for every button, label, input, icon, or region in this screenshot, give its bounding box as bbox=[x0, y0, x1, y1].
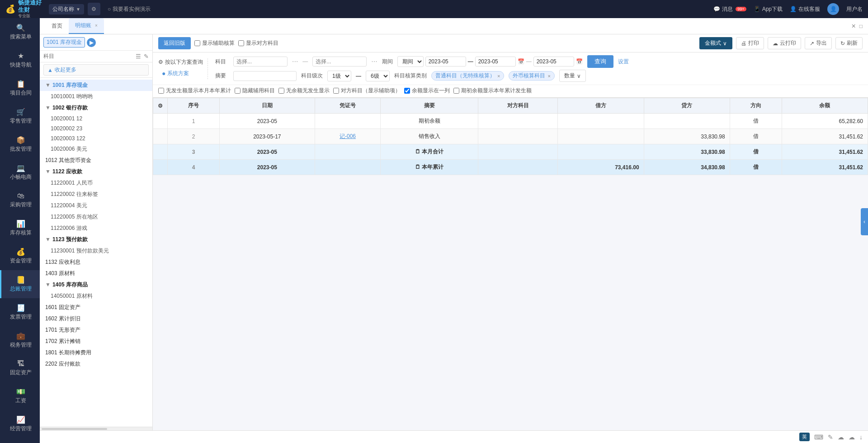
print-btn[interactable]: 🖨 打印 bbox=[736, 37, 764, 49]
tree-item-1405[interactable]: ▼1405 库存商品 bbox=[40, 279, 152, 291]
query-btn[interactable]: 查询 bbox=[587, 55, 613, 68]
message-btn[interactable]: 💬 消息 99+ bbox=[713, 5, 746, 13]
data-table-wrap[interactable]: ⚙ 序号 日期 凭证号 摘要 对方科目 借方 贷方 方向 余额 bbox=[153, 98, 868, 430]
checkbox-period-open-input[interactable] bbox=[453, 88, 459, 94]
edit-icon[interactable]: ✎ bbox=[828, 433, 833, 441]
show-counterpart-checkbox[interactable]: 显示对方科目 bbox=[238, 39, 278, 47]
tree-item-10010001[interactable]: 10010001 哟哟哟 bbox=[40, 91, 152, 102]
level-end-select[interactable]: 6级 bbox=[366, 71, 390, 81]
checkbox-hide-assist-input[interactable] bbox=[235, 88, 241, 94]
sidebar-item-ledger[interactable]: 📒 总账管理 bbox=[0, 270, 40, 298]
sidebar-item-quick-nav[interactable]: ★ 快捷导航 bbox=[0, 46, 40, 74]
keyboard-icon[interactable]: ⌨ bbox=[814, 433, 823, 441]
tree-item-11220004[interactable]: 11220004 美元 bbox=[40, 200, 152, 211]
level-start-select[interactable]: 1级 bbox=[327, 71, 351, 81]
tree-item-1801[interactable]: 1801 长期待摊费用 bbox=[40, 347, 152, 358]
tree-list-icon[interactable]: ☰ bbox=[136, 53, 141, 60]
sidebar-item-invoice[interactable]: 🧾 发票管理 bbox=[0, 298, 40, 326]
sidebar-item-operations[interactable]: 📈 经营管理 bbox=[0, 410, 40, 438]
lang-btn[interactable]: 英 bbox=[799, 433, 810, 441]
calendar-icon-start[interactable]: 📅 bbox=[518, 58, 524, 65]
tree-item-1001[interactable]: ▼1001 库存现金 bbox=[40, 80, 152, 91]
tree-item-11230001[interactable]: 11230001 预付款款美元 bbox=[40, 245, 152, 257]
sidebar-item-capital[interactable]: 💰 资金管理 bbox=[0, 242, 40, 270]
right-side-handle[interactable]: ‹ bbox=[861, 208, 868, 235]
sidebar-item-retail[interactable]: 🛒 零售管理 bbox=[0, 102, 40, 130]
show-counterpart-input[interactable] bbox=[238, 40, 244, 46]
tree-item-11220001[interactable]: 11220001 人民币 bbox=[40, 177, 152, 189]
nav-forward-btn[interactable]: ▶ bbox=[87, 38, 96, 47]
return-old-version-btn[interactable]: 返回旧版 bbox=[158, 37, 191, 49]
app-settings-btn[interactable]: ⚙ bbox=[88, 3, 100, 15]
tree-item-1602[interactable]: 1602 累计折旧 bbox=[40, 313, 152, 324]
maximize-window-btn[interactable]: □ bbox=[859, 23, 863, 29]
row2-voucher[interactable]: 记-006 bbox=[315, 129, 381, 144]
checkbox-no-balance-input[interactable] bbox=[278, 88, 284, 94]
checkbox-no-occur-input[interactable] bbox=[158, 88, 164, 94]
cloud-icon-2[interactable]: ☁ bbox=[849, 433, 855, 441]
sidebar-item-ecommerce[interactable]: 💻 小畅电商 bbox=[0, 158, 40, 186]
tree-item-1702[interactable]: 1702 累计摊销 bbox=[40, 336, 152, 347]
period-end-input-2[interactable] bbox=[533, 57, 574, 67]
tree-item-1012[interactable]: 1012 其他货币资金 bbox=[40, 155, 152, 166]
tree-item-1601[interactable]: 1601 固定资产 bbox=[40, 302, 152, 313]
tab-home[interactable]: 首页 bbox=[45, 19, 69, 33]
period-start-input[interactable] bbox=[425, 57, 466, 67]
tree-item-1122[interactable]: ▼1122 应收款 bbox=[40, 166, 152, 177]
filter-settings-link[interactable]: 设置 bbox=[618, 58, 629, 66]
tree-item-14050001[interactable]: 14050001 原材料 bbox=[40, 291, 152, 302]
sidebar-item-search[interactable]: 🔍 搜索菜单 bbox=[0, 18, 40, 46]
tree-item-1403[interactable]: 1403 原材料 bbox=[40, 268, 152, 279]
tree-item-10020001[interactable]: 10020001 12 bbox=[40, 114, 152, 124]
left-scroll-bar[interactable] bbox=[40, 427, 152, 430]
tab-close-icon[interactable]: × bbox=[95, 23, 98, 28]
subject-dots-2[interactable]: ··· bbox=[371, 57, 377, 66]
refresh-btn[interactable]: ↻ 刷新 bbox=[835, 37, 863, 49]
checkbox-counterpart[interactable]: 对方科目（显示辅助项） bbox=[333, 87, 401, 95]
subject-dots[interactable]: ··· bbox=[292, 57, 298, 66]
tree-item-10020003[interactable]: 10020003 122 bbox=[40, 133, 152, 143]
sidebar-item-salary[interactable]: 💵 工资 bbox=[0, 382, 40, 410]
period-end-input[interactable] bbox=[475, 57, 516, 67]
tree-item-2202[interactable]: 2202 应付账款 bbox=[40, 358, 152, 370]
sidebar-item-purchase[interactable]: 🛍 采购管理 bbox=[0, 186, 40, 214]
summary-input[interactable] bbox=[233, 71, 297, 81]
account-tree[interactable]: ▼1001 库存现金 10010001 哟哟哟 ▼1002 银行存款 10020… bbox=[40, 78, 152, 427]
checkbox-no-balance[interactable]: 无余额无发生显示 bbox=[278, 87, 330, 95]
checkbox-hide-assist[interactable]: 隐藏辅用科目 bbox=[235, 87, 275, 95]
checkbox-balance-col-input[interactable] bbox=[404, 88, 410, 94]
account-tag[interactable]: 1001 库存现金 bbox=[43, 37, 85, 48]
collapse-btn[interactable]: ▲ 收起更多 bbox=[43, 64, 149, 76]
subject-input-2[interactable] bbox=[312, 57, 367, 67]
checkbox-no-occur[interactable]: 无发生额显示本月本年累计 bbox=[158, 87, 231, 95]
tree-item-11220006[interactable]: 11220006 游戏 bbox=[40, 223, 152, 234]
qty-btn[interactable]: 数量 ∨ bbox=[559, 70, 586, 82]
tab-detail-account[interactable]: 明细账 × bbox=[69, 18, 104, 34]
tree-item-10020006[interactable]: 10020006 美元 bbox=[40, 143, 152, 155]
close-window-btn[interactable]: × bbox=[851, 22, 855, 30]
tree-edit-icon[interactable]: ✎ bbox=[144, 53, 149, 60]
category-tag-2-close[interactable]: × bbox=[547, 73, 550, 79]
demo-link[interactable]: ○ 我要看实例演示 bbox=[108, 5, 151, 13]
category-tag-1-close[interactable]: × bbox=[497, 73, 500, 79]
period-type-select[interactable]: 期间 bbox=[397, 56, 424, 67]
tree-item-11220002[interactable]: 11220002 往来标签 bbox=[40, 189, 152, 200]
export-btn[interactable]: ↗ 导出 bbox=[805, 37, 832, 49]
sidebar-item-project-contract[interactable]: 📋 项目合同 bbox=[0, 74, 40, 102]
sidebar-item-report[interactable]: 📄 小畅报销 bbox=[0, 438, 40, 443]
checkbox-period-open[interactable]: 期初余额显示本年累计发生额 bbox=[453, 87, 532, 95]
checkbox-balance-col[interactable]: 余额显示在一列 bbox=[404, 87, 450, 95]
online-service-btn[interactable]: 👤 在线客服 bbox=[790, 5, 820, 13]
tree-item-1123[interactable]: ▼1123 预付款款 bbox=[40, 234, 152, 245]
show-assist-checkbox[interactable]: 显示辅助核算 bbox=[194, 39, 235, 47]
sidebar-item-wholesale[interactable]: 📦 批发管理 bbox=[0, 130, 40, 158]
system-scheme-item[interactable]: ● 系统方案 bbox=[158, 68, 203, 79]
checkbox-counterpart-input[interactable] bbox=[333, 88, 339, 94]
cloud-print-btn[interactable]: ☁ 云打印 bbox=[768, 37, 801, 49]
sidebar-item-fixed-assets[interactable]: 🏗 固定资产 bbox=[0, 354, 40, 382]
tree-item-1701[interactable]: 1701 无形资产 bbox=[40, 324, 152, 336]
tree-item-1002[interactable]: ▼1002 银行存款 bbox=[40, 102, 152, 114]
show-assist-input[interactable] bbox=[194, 40, 200, 46]
tree-item-11220005[interactable]: 11220005 所在地区 bbox=[40, 211, 152, 223]
col-settings[interactable]: ⚙ bbox=[153, 98, 168, 114]
